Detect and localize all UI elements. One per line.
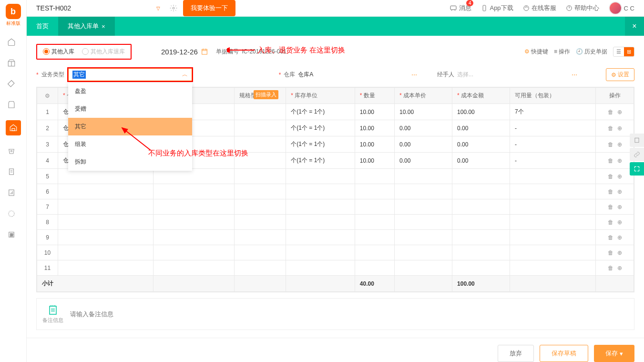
table-row[interactable]: 9 🗑⊕ (37, 230, 634, 245)
table-row[interactable]: 8 🗑⊕ (37, 215, 634, 230)
radio-return[interactable]: 其他入库退库 (82, 48, 125, 56)
delete-icon[interactable]: 🗑 (608, 157, 613, 164)
help-link[interactable]: 帮助中心 (566, 4, 599, 12)
delete-icon[interactable]: 🗑 (608, 249, 613, 256)
copy-icon[interactable]: ⊕ (617, 204, 622, 210)
svg-text:新: 新 (10, 233, 13, 237)
service-link[interactable]: 在线客服 (523, 4, 556, 12)
shortcut-link[interactable]: ⚙快捷键 (524, 48, 548, 56)
try-button[interactable]: 我要体验一下 (183, 0, 235, 16)
nav-clipboard-icon[interactable] (6, 166, 17, 177)
delete-icon[interactable]: 🗑 (608, 234, 613, 241)
svg-point-5 (9, 211, 14, 217)
nav-warehouse-icon[interactable] (6, 120, 21, 135)
ellipsis-icon[interactable]: ⋯ (411, 72, 417, 78)
svg-rect-3 (9, 169, 13, 175)
store-select[interactable]: TEST-H002 ▽ (36, 4, 160, 12)
delete-icon[interactable]: 🗑 (608, 219, 613, 226)
gear-icon[interactable] (170, 4, 177, 12)
view-list[interactable]: ☰ (613, 47, 624, 56)
remarks-input[interactable] (70, 310, 628, 318)
warehouse-field[interactable]: * 仓库 仓库A ⋯ (279, 71, 418, 79)
nav-new-icon[interactable]: 新 (6, 229, 17, 240)
messages-link[interactable]: 消息 4 (450, 4, 471, 12)
nav-money-icon[interactable] (6, 145, 17, 156)
table-row[interactable]: 10 🗑⊕ (37, 245, 634, 260)
copy-icon[interactable]: ⊕ (617, 109, 622, 115)
delete-icon[interactable]: 🗑 (608, 141, 613, 148)
cancel-button[interactable]: 放弃 (498, 345, 534, 362)
copy-icon[interactable]: ⊕ (617, 188, 622, 195)
calendar-icon[interactable] (201, 48, 208, 55)
ellipsis-icon[interactable]: ⋯ (572, 72, 577, 78)
tab-other-inbound[interactable]: 其他入库单 × (58, 17, 115, 36)
copy-icon[interactable]: ⊕ (617, 141, 622, 148)
biz-option-chaixie[interactable]: 拆卸 (68, 153, 192, 171)
history-link[interactable]: 🕘历史单据 (576, 48, 607, 56)
col-amount: 成本金额 (452, 88, 510, 104)
biz-option-shouzeng[interactable]: 受赠 (68, 100, 192, 118)
delete-icon[interactable]: 🗑 (608, 204, 613, 210)
scan-input-button[interactable]: 扫描录入 (254, 90, 278, 99)
user-menu[interactable]: C C (609, 1, 634, 15)
delete-icon[interactable]: 🗑 (608, 125, 613, 132)
dock-note-icon[interactable] (630, 134, 644, 147)
nav-tag-icon[interactable] (6, 78, 17, 90)
view-toggle: ☰ ⊞ (613, 47, 634, 57)
copy-icon[interactable]: ⊕ (617, 157, 622, 164)
biz-option-qita[interactable]: 其它 (68, 118, 192, 135)
svg-point-8 (173, 7, 174, 9)
copy-icon[interactable]: ⊕ (617, 219, 622, 226)
delete-icon[interactable]: 🗑 (608, 188, 613, 195)
col-available: 可用量（包装） (510, 88, 596, 104)
dock-expand-icon[interactable] (630, 162, 644, 176)
delete-icon[interactable]: 🗑 (608, 265, 613, 271)
footer: 放弃 保存草稿 保存 ▾ (27, 338, 644, 362)
copy-icon[interactable]: ⊕ (617, 125, 622, 132)
nav-gift-icon[interactable] (6, 57, 17, 69)
view-grid[interactable]: ⊞ (624, 47, 634, 56)
tabs-bar: 首页 其他入库单 × × (27, 17, 644, 36)
tab-home[interactable]: 首页 (27, 17, 58, 36)
handler-field[interactable]: 经手人 选择... ⋯ (437, 71, 577, 79)
save-draft-button[interactable]: 保存草稿 (540, 345, 588, 362)
chevron-up-icon: ︿ (182, 71, 188, 79)
biz-option-panying[interactable]: 盘盈 (68, 83, 192, 100)
svg-rect-17 (635, 138, 639, 142)
nav-shop-icon[interactable] (6, 99, 17, 111)
message-badge: 4 (466, 0, 474, 6)
svg-rect-13 (202, 49, 207, 54)
nav-sync-icon[interactable] (6, 208, 17, 219)
delete-icon[interactable]: 🗑 (608, 173, 613, 180)
copy-icon[interactable]: ⊕ (617, 265, 622, 271)
copy-icon[interactable]: ⊕ (617, 249, 622, 256)
biz-type-label: 业务类型 (41, 71, 64, 79)
chevron-down-icon: ▾ (620, 350, 623, 357)
table-row[interactable]: 11 🗑⊕ (37, 260, 634, 276)
radio-inbound[interactable]: 其他入库 (43, 48, 74, 56)
col-settings-icon[interactable]: ⚙ (37, 88, 58, 104)
inbound-type-radio-group: 其他入库 其他入库退库 (36, 44, 132, 60)
close-all-tabs[interactable]: × (625, 17, 644, 36)
biz-type-dropdown: 盘盈 受赠 其它 组装 拆卸 (68, 83, 192, 171)
save-button[interactable]: 保存 ▾ (594, 345, 634, 362)
settings-button[interactable]: ⚙ 设置 (606, 68, 634, 81)
biz-option-zuzhuang[interactable]: 组装 (68, 135, 192, 153)
tab-close-icon[interactable]: × (102, 23, 105, 30)
nav-home-icon[interactable] (6, 36, 17, 48)
col-qty: 数量 (355, 88, 394, 104)
chevron-down-icon: ▽ (156, 6, 160, 11)
table-row[interactable]: 6 🗑⊕ (37, 184, 634, 199)
delete-icon[interactable]: 🗑 (608, 109, 613, 115)
biz-type-select[interactable]: 其它 ︿ (68, 68, 192, 81)
copy-icon[interactable]: ⊕ (617, 173, 622, 180)
table-row[interactable]: 7 🗑⊕ (37, 199, 634, 215)
dock-link-icon[interactable] (630, 148, 644, 161)
doc-date-field[interactable]: 单据日期 2019-12-26 (144, 43, 208, 60)
col-unit: 库存单位 (286, 88, 355, 104)
copy-icon[interactable]: ⊕ (617, 234, 622, 241)
app-download-link[interactable]: App下载 (481, 4, 513, 12)
table-row[interactable]: 5 🗑⊕ (37, 169, 634, 184)
operation-link[interactable]: ≡操作 (554, 48, 570, 56)
nav-report-icon[interactable] (6, 187, 17, 198)
